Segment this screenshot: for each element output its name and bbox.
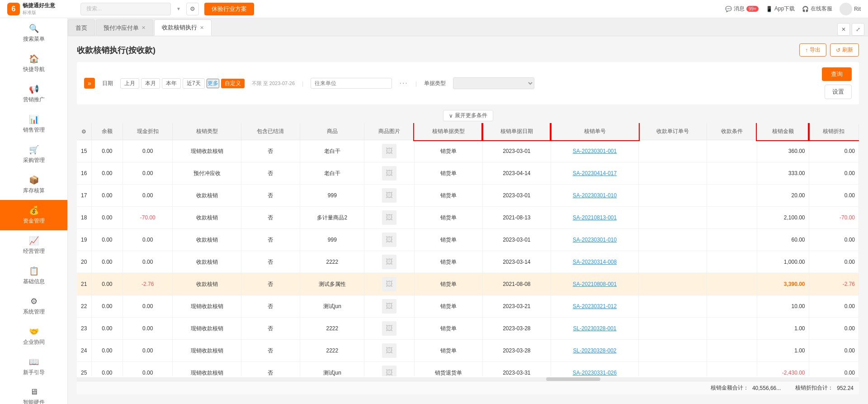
table-row: 17 0.00 0.00 收款核销 否 999 🖼 销货单 2023-03-01…	[77, 185, 859, 207]
filter-divider-1: |	[302, 80, 303, 87]
industry-button[interactable]: 休验行业方案	[204, 3, 254, 15]
cell-type: 收款核销	[173, 251, 241, 273]
cell-id: 16	[77, 162, 91, 185]
cell-doc-no[interactable]: SL-20230328-001	[551, 318, 638, 340]
sidebar-item-hardware[interactable]: 🖥 智能硬件	[0, 382, 67, 404]
export-button[interactable]: ↑ 导出	[799, 43, 826, 57]
search-dropdown-arrow[interactable]: ▼	[176, 6, 181, 11]
cell-doc-date: 2021-08-08	[482, 273, 551, 295]
sidebar-item-operations[interactable]: 📈 经营管理	[0, 230, 67, 261]
top-search-box[interactable]: 搜索...	[80, 3, 171, 15]
app-download-item[interactable]: 📱 App下载	[766, 5, 795, 13]
tab-prepay-close[interactable]: ✕	[142, 25, 146, 31]
sidebar-item-inventory[interactable]: 📦 库存核算	[0, 170, 67, 200]
gear-button[interactable]: ⚙	[186, 3, 199, 15]
cell-amount: 1.00	[757, 340, 809, 362]
cell-balance: 0.00	[91, 362, 123, 377]
cell-doc-no[interactable]: SA-20230301-001	[551, 140, 638, 162]
sidebar-item-nav[interactable]: 🏠 快捷导航	[0, 48, 67, 79]
query-button[interactable]: 查询	[822, 67, 852, 81]
cell-condition	[707, 340, 757, 362]
cell-doc-no[interactable]: SA-20230314-008	[551, 251, 638, 273]
cell-discount: 0.00	[809, 251, 859, 273]
cell-goods-img: 🖼	[364, 185, 414, 207]
doc-type-select[interactable]	[453, 77, 534, 89]
cell-doc-no[interactable]: SL-20230328-002	[551, 340, 638, 362]
tab-prepay[interactable]: 预付冲应付单 ✕	[96, 19, 153, 36]
cell-discount: 0.00	[809, 318, 859, 340]
logo-text: 畅捷通好生意	[23, 2, 55, 10]
user-name-item[interactable]: Rit	[840, 3, 861, 15]
date-btn-last-month[interactable]: 上月	[120, 78, 139, 89]
tab-collection[interactable]: 收款核销执行 ✕	[154, 19, 212, 36]
sidebar-item-collab[interactable]: 🤝 企业协同	[0, 321, 67, 352]
sidebar-item-basic[interactable]: 📋 基础信息	[0, 261, 67, 291]
partner-dots[interactable]: ···	[399, 79, 408, 87]
sidebar-item-marketing[interactable]: 📢 营销推广	[0, 79, 67, 109]
cell-discount: 0.00	[809, 295, 859, 318]
cell-doc-no[interactable]: SA-20230414-017	[551, 162, 638, 185]
cell-settled: 否	[241, 251, 300, 273]
cell-cash-discount: 0.00	[123, 162, 173, 185]
date-btn-custom[interactable]: 自定义	[221, 79, 245, 88]
cell-doc-no[interactable]: SA-20230321-012	[551, 295, 638, 318]
tab-bar-actions: ✕ ⤢	[837, 23, 868, 36]
cell-goods: 2222	[300, 251, 364, 273]
cell-doc-date: 2023-03-01	[482, 140, 551, 162]
sidebar-item-label: 基础信息	[23, 278, 45, 285]
cell-order-no	[639, 340, 707, 362]
horizontal-scrollbar[interactable]	[77, 377, 859, 381]
cell-doc-date: 2023-03-28	[482, 340, 551, 362]
cell-order-no	[639, 229, 707, 251]
refresh-button[interactable]: ↺ 刷新	[830, 43, 859, 57]
cell-settled: 否	[241, 273, 300, 295]
cell-amount: -2,430.00	[757, 362, 809, 377]
online-service-item[interactable]: 🎧 在线客服	[802, 5, 832, 13]
cell-doc-no[interactable]: SA-20230301-010	[551, 229, 638, 251]
setting-button[interactable]: 设置	[825, 85, 852, 99]
cell-settled: 否	[241, 318, 300, 340]
cell-doc-no[interactable]: SA-20230301-010	[551, 185, 638, 207]
sidebar-item-guide[interactable]: 📖 新手引导	[0, 352, 67, 382]
cell-settled: 否	[241, 185, 300, 207]
date-btn-more[interactable]: 更多	[207, 79, 219, 88]
date-btn-7days[interactable]: 近7天	[183, 78, 205, 89]
date-btn-this-month[interactable]: 本月	[141, 78, 160, 89]
export-label: 导出	[810, 46, 821, 54]
table-wrapper[interactable]: ⚙ 余额 现金折扣 核销类型 包含已结清 商品 商品图片 核销单据类型 核销单据…	[77, 123, 859, 376]
table-row: 15 0.00 0.00 现销收款核销 否 老白干 🖼 销货单 2023-03-…	[77, 140, 859, 162]
sidebar-item-purchase[interactable]: 🛒 采购管理	[0, 139, 67, 170]
cell-discount: -2.76	[809, 273, 859, 295]
partner-input[interactable]	[311, 78, 392, 89]
cell-doc-date: 2023-03-21	[482, 295, 551, 318]
filter-expand-button[interactable]: »	[84, 78, 95, 89]
date-shortcuts: 上月 本月 本年 近7天 更多 自定义	[120, 78, 245, 89]
cell-amount: 10.00	[757, 295, 809, 318]
tab-home[interactable]: 首页	[68, 19, 95, 36]
expand-more-button[interactable]: ∨ 展开更多条件	[443, 110, 493, 121]
tab-close-all-button[interactable]: ✕	[837, 23, 850, 36]
date-btn-this-year[interactable]: 本年	[162, 78, 181, 89]
page-actions: ↑ 导出 ↺ 刷新	[799, 43, 859, 57]
sidebar-item-finance[interactable]: 💰 资金管理	[0, 200, 67, 230]
message-item[interactable]: 💬 消息 99+	[725, 5, 759, 13]
basic-icon: 📋	[29, 266, 39, 276]
app-icon: 📱	[766, 6, 773, 12]
tab-maximize-button[interactable]: ⤢	[852, 23, 864, 36]
cell-doc-no[interactable]: SA-20210808-001	[551, 273, 638, 295]
table-row: 21 0.00 -2.76 收款核销 否 测试多属性 🖼 销货单 2021-08…	[77, 273, 859, 295]
cell-discount: 0.00	[809, 185, 859, 207]
sidebar-item-search[interactable]: 🔍 搜索菜单	[0, 18, 67, 48]
cell-doc-type: 销货单	[414, 251, 482, 273]
tab-collection-close[interactable]: ✕	[200, 25, 204, 31]
cell-doc-no[interactable]: SA-20210813-001	[551, 207, 638, 229]
h-scroll-thumb[interactable]	[546, 377, 600, 381]
cell-condition	[707, 362, 757, 377]
cell-doc-no[interactable]: SA-20230331-026	[551, 362, 638, 377]
service-icon: 🎧	[802, 6, 809, 12]
sidebar-item-system[interactable]: ⚙ 系统管理	[0, 291, 67, 321]
cell-goods: 测试jun	[300, 295, 364, 318]
sidebar-item-label: 采购管理	[23, 157, 45, 164]
cell-doc-type: 销货单	[414, 140, 482, 162]
sidebar-item-sales[interactable]: 📊 销售管理	[0, 109, 67, 139]
